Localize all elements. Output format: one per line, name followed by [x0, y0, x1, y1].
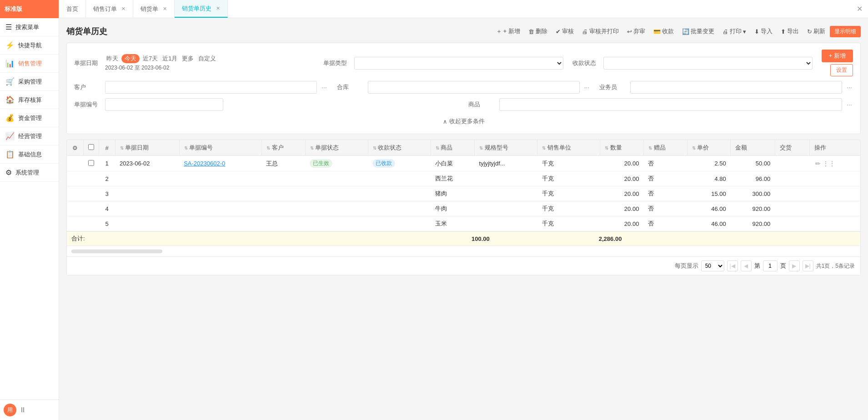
refresh-button[interactable]: ↻ 刷新 — [803, 25, 829, 37]
filter-warehouse-group: 合库 ··· — [337, 81, 591, 94]
tab-sales-order[interactable]: 销售订单 ✕ — [86, 0, 133, 18]
logo-text: 标准版 — [5, 5, 22, 13]
tab-sales-delivery-history-close[interactable]: ✕ — [216, 5, 220, 11]
th-spec[interactable]: ⇅ 规格型号 — [475, 140, 537, 156]
td-no: 1 — [99, 156, 115, 171]
payment-label: 收款状态 — [572, 59, 600, 67]
tab-sales-order-close[interactable]: ✕ — [121, 6, 125, 12]
td-checkbox[interactable] — [83, 201, 99, 216]
table-row: 2 西兰花 千克 20.00 否 4.80 96.00 — [67, 171, 860, 186]
td-checkbox[interactable] — [83, 156, 99, 171]
td-date — [115, 171, 179, 186]
th-goods[interactable]: ⇅ 商品 — [431, 140, 474, 156]
sidebar-item-quick-nav[interactable]: ⚡ 快捷导航 — [0, 36, 59, 55]
staff-ellipsis-btn[interactable]: ··· — [846, 84, 853, 91]
query-button[interactable]: + 新增 — [822, 50, 853, 62]
th-qty[interactable]: ⇅ 数量 — [600, 140, 644, 156]
filter-date-group: 单据日期 昨天 今天 近7天 近1月 更多 自定义 2023-06-02 至 2… — [74, 54, 314, 72]
delete-button[interactable]: 🗑 删除 — [525, 25, 551, 37]
tab-home[interactable]: 首页 — [59, 0, 86, 18]
abandon-button[interactable]: ↩ 弃审 — [623, 25, 649, 37]
sort-icon: ⇅ — [479, 145, 483, 150]
tab-sales-delivery-history[interactable]: 销货单历史 ✕ — [175, 0, 228, 18]
shortcut-7days[interactable]: 近7天 — [141, 54, 159, 63]
sidebar-item-search-menu[interactable]: ☰ 搜索菜单 — [0, 18, 59, 36]
sort-icon: ⇅ — [310, 145, 314, 150]
th-doc-status[interactable]: ⇅ 单据状态 — [305, 140, 368, 156]
next-page-btn[interactable]: ▶ — [789, 260, 800, 271]
sidebar-item-system-mgmt[interactable]: ⚙ 系统管理 — [0, 164, 59, 182]
main-area: 首页 销售订单 ✕ 销货单 ✕ 销货单历史 ✕ ✕ 销货单历史 ＋ + 新增 — [59, 0, 868, 420]
batch-change-button[interactable]: 🔄 批量变更 — [678, 25, 718, 37]
sidebar-item-label: 快捷导航 — [18, 41, 42, 50]
filter-collapse-btn[interactable]: ∧ 收起更多条件 — [74, 115, 853, 127]
td-docno: SA-20230602-0 — [179, 156, 261, 171]
shortcut-today[interactable]: 今天 — [121, 54, 140, 63]
customer-ellipsis-btn[interactable]: ··· — [321, 84, 328, 91]
th-gift[interactable]: ⇅ 赠品 — [643, 140, 687, 156]
window-close-btn[interactable]: ✕ — [851, 0, 868, 18]
th-gear[interactable]: ⚙ — [67, 140, 83, 156]
tab-sales-delivery[interactable]: 销货单 ✕ — [133, 0, 175, 18]
th-unit-price[interactable]: ⇅ 单价 — [687, 140, 731, 156]
th-docno[interactable]: ⇅ 单据编号 — [179, 140, 261, 156]
audit-print-button[interactable]: 🖨 审核并打印 — [578, 25, 622, 37]
sidebar-item-sales-mgmt[interactable]: 📊 销售管理 — [0, 55, 59, 73]
warehouse-ellipsis-btn[interactable]: ··· — [583, 84, 591, 91]
quick-nav-icon: ⚡ — [5, 41, 15, 50]
export-button[interactable]: ⬆ 导出 — [777, 25, 803, 37]
staff-input[interactable] — [630, 81, 842, 94]
td-spec: tyjyjtyjdf... — [475, 156, 537, 171]
docno-input[interactable] — [105, 98, 223, 111]
settings-button[interactable]: 设置 — [830, 64, 853, 76]
td-checkbox[interactable] — [83, 186, 99, 201]
sidebar-item-purchase-mgmt[interactable]: 🛒 采购管理 — [0, 73, 59, 91]
goods-input[interactable] — [499, 98, 843, 111]
payment-select[interactable] — [603, 57, 813, 70]
collapse-sidebar-icon[interactable]: ⏸ — [19, 406, 26, 414]
audit-button[interactable]: ✔ 审核 — [552, 25, 577, 37]
more-icon[interactable]: ⋮⋮ — [822, 160, 836, 167]
shortcut-more[interactable]: 更多 — [181, 54, 195, 63]
delete-icon: 🗑 — [528, 28, 534, 35]
row-checkbox[interactable] — [88, 160, 94, 166]
import-button[interactable]: ⬇ 导入 — [751, 25, 776, 37]
th-date[interactable]: ⇅ 单据日期 — [115, 140, 179, 156]
sidebar-item-inventory-calc[interactable]: 🏠 库存核算 — [0, 91, 59, 109]
shortcut-1month[interactable]: 近1月 — [161, 54, 179, 63]
customer-input[interactable] — [105, 81, 317, 94]
td-gift: 否 — [643, 171, 687, 186]
doc-no-link[interactable]: SA-20230602-0 — [184, 160, 225, 167]
audit-print-icon: 🖨 — [582, 28, 588, 35]
th-amount[interactable]: 金额 — [731, 140, 775, 156]
goods-ellipsis-btn[interactable]: ··· — [846, 101, 853, 108]
page-info: 共1页，5条记录 — [816, 262, 855, 270]
tab-sales-delivery-close[interactable]: ✕ — [163, 6, 167, 12]
sidebar-item-finance-mgmt[interactable]: 💰 资金管理 — [0, 109, 59, 127]
type-select[interactable] — [354, 57, 563, 70]
last-page-btn[interactable]: ▶| — [803, 260, 813, 271]
th-customer[interactable]: ⇅ 客户 — [261, 140, 305, 156]
collect-button[interactable]: 💳 收款 — [650, 25, 677, 37]
th-payment-status[interactable]: ⇅ 收款状态 — [368, 140, 431, 156]
warehouse-input[interactable] — [368, 81, 580, 94]
sidebar-item-basic-info[interactable]: 📋 基础信息 — [0, 145, 59, 164]
shortcut-yesterday[interactable]: 昨天 — [105, 54, 120, 63]
prev-page-btn[interactable]: ◀ — [741, 260, 752, 271]
page-number-input[interactable] — [763, 260, 778, 271]
td-checkbox[interactable] — [83, 171, 99, 186]
td-checkbox[interactable] — [83, 216, 99, 231]
per-page-label: 每页显示 — [675, 262, 698, 270]
new-button[interactable]: ＋ + 新增 — [492, 25, 524, 37]
th-unit[interactable]: ⇅ 销售单位 — [537, 140, 600, 156]
display-detail-button[interactable]: 显示明细 — [830, 26, 861, 37]
first-page-btn[interactable]: |◀ — [727, 260, 738, 271]
per-page-select[interactable]: 50 100 200 — [701, 260, 724, 271]
print-button[interactable]: 🖨 打印 ▾ — [719, 25, 750, 37]
select-all-checkbox[interactable] — [88, 144, 94, 150]
edit-icon[interactable]: ✏ — [814, 160, 822, 167]
date-range: 2023-06-02 至 2023-06-02 — [105, 64, 217, 72]
sidebar-item-operation-mgmt[interactable]: 📈 经营管理 — [0, 127, 59, 145]
shortcut-custom[interactable]: 自定义 — [197, 54, 217, 63]
td-doc-status — [305, 201, 368, 216]
